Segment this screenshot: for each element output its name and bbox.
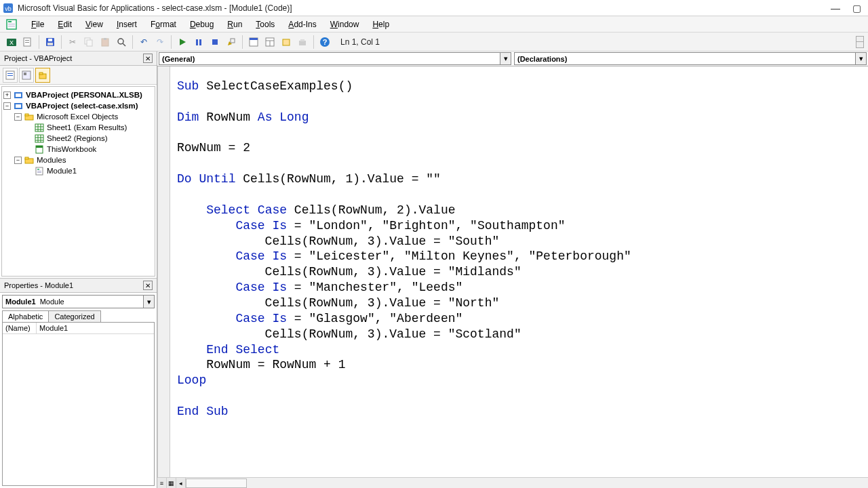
- window-title: Microsoft Visual Basic for Applications …: [18, 3, 831, 13]
- view-excel-icon[interactable]: X: [4, 35, 19, 49]
- menu-window[interactable]: Window: [323, 18, 366, 31]
- svg-rect-64: [37, 169, 39, 170]
- code-editor[interactable]: Sub SelectCaseExamples() Dim RowNum As L…: [170, 66, 868, 477]
- view-object-icon[interactable]: [19, 68, 34, 83]
- svg-rect-46: [16, 104, 21, 108]
- object-browser-icon[interactable]: [279, 35, 294, 49]
- property-value[interactable]: Module1: [37, 323, 154, 333]
- code-margin-indicator-bar[interactable]: [158, 66, 170, 477]
- properties-title: Properties - Module1: [4, 281, 73, 289]
- tree-sheet2[interactable]: Sheet2 (Regions): [3, 133, 153, 144]
- menu-help[interactable]: Help: [366, 18, 396, 31]
- minimize-button[interactable]: —: [831, 3, 840, 14]
- svg-rect-60: [36, 146, 43, 148]
- stop-icon[interactable]: [208, 35, 222, 49]
- menu-insert[interactable]: Insert: [110, 18, 144, 31]
- toolbox-icon[interactable]: [295, 35, 310, 49]
- project-explorer-title-bar: Project - VBAProject ✕: [0, 52, 157, 66]
- svg-rect-13: [47, 43, 53, 45]
- properties-object-selector[interactable]: Module1 Module ▾: [2, 295, 155, 308]
- object-dropdown[interactable]: (General) ▾: [159, 52, 511, 65]
- properties-title-bar: Properties - Module1 ✕: [0, 279, 157, 293]
- svg-rect-10: [25, 42, 29, 43]
- undo-icon[interactable]: ↶: [136, 35, 151, 49]
- menu-file[interactable]: File: [24, 18, 51, 31]
- vba-app-icon: vb: [3, 3, 14, 14]
- tree-thisworkbook[interactable]: ThisWorkbook: [3, 144, 153, 155]
- design-mode-icon[interactable]: [224, 35, 239, 49]
- project-icon: [14, 101, 23, 110]
- svg-rect-32: [299, 41, 306, 45]
- code-window: (General) ▾ (Declarations) ▾ Sub SelectC…: [157, 52, 868, 488]
- project-tree[interactable]: + VBAProject (PERSONAL.XLSB) − VBAProjec…: [1, 86, 155, 277]
- tab-alphabetic[interactable]: Alphabetic: [2, 310, 49, 322]
- menu-tools[interactable]: Tools: [249, 18, 281, 31]
- project-explorer-icon[interactable]: [246, 35, 261, 49]
- horizontal-scrollbar-thumb[interactable]: [186, 479, 247, 488]
- full-module-view-button[interactable]: ▦: [167, 478, 176, 488]
- dropdown-arrow-icon[interactable]: ▾: [143, 296, 154, 308]
- svg-line-19: [123, 43, 125, 46]
- svg-rect-62: [25, 157, 28, 159]
- svg-rect-65: [37, 171, 41, 171]
- collapse-toggle-icon[interactable]: −: [14, 157, 22, 164]
- svg-rect-44: [16, 94, 21, 97]
- menu-format[interactable]: Format: [144, 18, 183, 31]
- pause-icon[interactable]: [191, 35, 206, 49]
- copy-icon[interactable]: [81, 35, 96, 49]
- expand-toggle-icon[interactable]: +: [3, 92, 11, 99]
- find-icon[interactable]: [114, 35, 129, 49]
- svg-rect-12: [48, 39, 52, 41]
- code-header-dropdowns: (General) ▾ (Declarations) ▾: [157, 52, 868, 66]
- save-icon[interactable]: [43, 35, 58, 49]
- tree-folder-excel-objects[interactable]: − Microsoft Excel Objects: [3, 111, 153, 122]
- tree-project-personal[interactable]: + VBAProject (PERSONAL.XLSB): [3, 89, 153, 100]
- properties-grid[interactable]: (Name) Module1: [2, 322, 155, 486]
- tree-project-selectcase[interactable]: − VBAProject (select-case.xlsm): [3, 100, 153, 111]
- toggle-folders-icon[interactable]: [35, 68, 50, 83]
- folder-icon: [24, 112, 34, 121]
- procedure-view-button[interactable]: ≡: [157, 478, 167, 488]
- svg-rect-21: [196, 39, 198, 45]
- collapse-toggle-icon[interactable]: −: [14, 113, 22, 121]
- properties-pane: Properties - Module1 ✕ Module1 Module ▾ …: [0, 278, 157, 488]
- menu-bar: FileEditViewInsertFormatDebugRunToolsAdd…: [0, 16, 868, 33]
- project-explorer-title: Project - VBAProject: [4, 54, 72, 62]
- dropdown-arrow-icon[interactable]: ▾: [500, 53, 511, 64]
- tab-categorized[interactable]: Categorized: [48, 310, 100, 322]
- properties-window-icon[interactable]: [262, 35, 277, 49]
- menu-view[interactable]: View: [79, 18, 110, 31]
- menu-edit[interactable]: Edit: [51, 18, 79, 31]
- maximize-button[interactable]: ▢: [852, 3, 861, 14]
- insert-module-icon[interactable]: [20, 35, 35, 49]
- svg-rect-5: [8, 26, 15, 26]
- worksheet-icon: [35, 134, 44, 143]
- svg-rect-42: [39, 73, 43, 75]
- menu-addins[interactable]: Add-Ins: [281, 18, 323, 31]
- cursor-position-status: Ln 1, Col 1: [340, 37, 380, 47]
- menu-debug[interactable]: Debug: [183, 18, 220, 31]
- code-footer: ≡ ▦ ◂: [157, 477, 868, 488]
- redo-icon[interactable]: ↷: [153, 35, 167, 49]
- window-controls: — ▢: [831, 3, 865, 14]
- svg-rect-66: [37, 172, 41, 173]
- paste-icon[interactable]: [98, 35, 113, 49]
- properties-close-button[interactable]: ✕: [143, 281, 153, 290]
- collapse-toggle-icon[interactable]: −: [3, 102, 11, 110]
- scroll-left-button[interactable]: ◂: [176, 478, 186, 488]
- tree-folder-modules[interactable]: − Modules: [3, 155, 153, 165]
- main-toolbar: X ✂ ↶ ↷ ? Ln 1, Col 1: [0, 33, 868, 52]
- menu-run[interactable]: Run: [220, 18, 249, 31]
- run-icon[interactable]: [175, 35, 190, 49]
- cut-icon[interactable]: ✂: [65, 35, 80, 49]
- project-explorer-close-button[interactable]: ✕: [143, 54, 153, 63]
- dropdown-arrow-icon[interactable]: ▾: [855, 53, 866, 64]
- help-icon[interactable]: ?: [317, 35, 332, 49]
- toolbar-end-spinner: [856, 36, 864, 48]
- procedure-dropdown[interactable]: (Declarations) ▾: [514, 52, 867, 65]
- tree-module1[interactable]: Module1: [3, 165, 153, 176]
- view-code-icon[interactable]: [3, 68, 18, 83]
- properties-tabs: Alphabetic Categorized: [2, 310, 155, 322]
- property-row[interactable]: (Name) Module1: [3, 323, 154, 334]
- tree-sheet1[interactable]: Sheet1 (Exam Results): [3, 122, 153, 133]
